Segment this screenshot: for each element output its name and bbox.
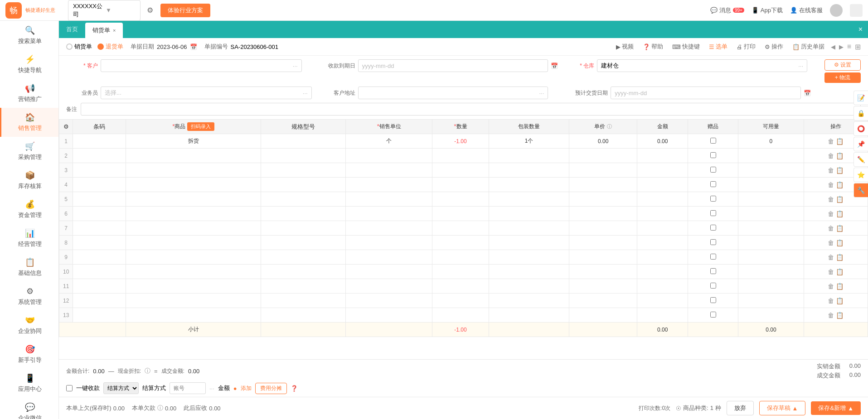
row-1-unit[interactable]: 个 (346, 134, 432, 149)
right-float-btn-2[interactable]: 🔒 (853, 106, 868, 120)
scan-button[interactable]: 扫码录入 (187, 122, 214, 131)
sidebar-item-sales[interactable]: 🏠 销售管理 (0, 108, 58, 137)
warehouse-input[interactable]: 建材仓 ··· (597, 59, 807, 72)
row-1-gift[interactable] (688, 134, 738, 149)
copy-icon[interactable]: 📋 (836, 312, 844, 319)
user-avatar[interactable] (830, 4, 843, 17)
settings-button[interactable]: ⚙ (143, 4, 157, 17)
sidebar-item-guide[interactable]: 🎯 新手引导 (0, 340, 58, 369)
sidebar-item-collab[interactable]: 🤝 企业协同 (0, 311, 58, 340)
sidebar-item-search[interactable]: 🔍 搜索菜单 (0, 21, 58, 50)
messages-button[interactable]: 💬 消息 99+ (710, 6, 744, 14)
one-click-payment-checkbox[interactable] (66, 385, 73, 391)
radio-return-order[interactable]: 退货单 (97, 43, 123, 51)
total-owed-help[interactable]: ⓘ (157, 404, 163, 412)
collection-date-input[interactable]: yyyy-mm-dd (358, 59, 548, 72)
expense-help-icon[interactable]: ❓ (291, 385, 298, 392)
delete-icon[interactable]: 🗑 (828, 283, 834, 290)
row-1-gift-checkbox[interactable] (710, 138, 716, 144)
customer-address-input[interactable]: ··· (358, 87, 548, 99)
address-dots-icon[interactable]: ··· (539, 90, 544, 96)
save-new-button[interactable]: 保存&新增 ▲ (811, 401, 861, 415)
delete-icon[interactable]: 🗑 (828, 152, 834, 159)
right-float-btn-7[interactable]: 🔧 (853, 183, 868, 197)
company-selector[interactable]: XXXXXX公司 ▼ (68, 0, 141, 21)
right-float-btn-4[interactable]: 📌 (853, 137, 868, 151)
tab-close-icon[interactable]: × (113, 28, 116, 33)
copy-icon[interactable]: 📋 (836, 181, 844, 188)
delete-icon[interactable]: 🗑 (828, 312, 834, 319)
video-btn[interactable]: ▶ 视频 (613, 42, 636, 52)
close-all-button[interactable]: × (857, 24, 864, 35)
setup-button[interactable]: ⚙ 设置 (824, 59, 861, 71)
abandon-button[interactable]: 放弃 (727, 401, 754, 415)
row-1-amount[interactable]: 0.00 (637, 134, 688, 149)
radio-sales-order[interactable]: 销货单 (66, 43, 92, 51)
delivery-cal-icon[interactable]: 📅 (804, 90, 817, 96)
right-float-btn-6[interactable]: ⭐ (853, 168, 868, 182)
nav-prev-icon[interactable]: ◀ (831, 43, 835, 50)
logistics-button[interactable]: + 物流 (824, 72, 861, 83)
notes-input[interactable] (81, 103, 861, 116)
product-type-icon[interactable]: ☉ (676, 405, 681, 412)
delete-icon[interactable]: 🗑 (828, 254, 834, 261)
sidebar-item-purchase[interactable]: 🛒 采购管理 (0, 137, 58, 166)
tab-home[interactable]: 首页 (59, 21, 85, 38)
copy-icon[interactable]: 📋 (836, 196, 844, 203)
delete-icon[interactable]: 🗑 (828, 167, 834, 174)
account-dots-icon[interactable]: ··· (209, 385, 214, 392)
history-btn[interactable]: 📋 历史单据 (790, 42, 827, 52)
warehouse-dots-icon[interactable]: ··· (798, 63, 803, 69)
copy-icon[interactable]: 📋 (836, 225, 844, 232)
date-value[interactable]: 2023-06-06 (157, 43, 187, 50)
sidebar-item-inventory[interactable]: 📦 库存核算 (0, 166, 58, 195)
collection-cal-icon[interactable]: 📅 (551, 63, 564, 69)
view-grid-icon[interactable]: ⊞ (855, 43, 861, 51)
app-download-button[interactable]: 📱 App下载 (752, 6, 783, 14)
add-button[interactable]: 添加 (241, 385, 252, 392)
copy-icon[interactable]: 📋 (836, 210, 844, 217)
save-draft-button[interactable]: 保存草稿 ▲ (759, 401, 806, 415)
delete-icon[interactable]: 🗑 (828, 225, 834, 232)
sidebar-item-marketing[interactable]: 📢 营销推广 (0, 79, 58, 108)
delete-icon[interactable]: 🗑 (828, 196, 834, 203)
sidebar-item-wechat[interactable]: 💬 企业微信 (0, 398, 58, 419)
copy-icon[interactable]: 📋 (836, 283, 844, 290)
trial-button[interactable]: 体验行业方案 (160, 4, 210, 17)
tab-sales-order[interactable]: 销货单 × (85, 23, 123, 38)
delete-icon[interactable]: 🗑 (828, 181, 834, 188)
settlement-method-select[interactable]: 结算方式 (103, 382, 139, 394)
right-float-btn-5[interactable]: ✏️ (853, 152, 868, 167)
row-1-barcode[interactable] (73, 134, 126, 149)
copy-icon[interactable]: 📋 (836, 152, 844, 159)
shortcuts-btn[interactable]: ⌨ 快捷键 (669, 42, 703, 52)
calendar-icon[interactable]: 📅 (190, 43, 197, 50)
sidebar-item-operations[interactable]: 📊 经营管理 (0, 224, 58, 253)
delete-icon[interactable]: 🗑 (828, 268, 834, 275)
sidebar-item-basics[interactable]: 📋 基础信息 (0, 253, 58, 282)
sidebar-item-finance[interactable]: 💰 资金管理 (0, 195, 58, 224)
customer-dots-icon[interactable]: ··· (293, 63, 298, 69)
row-1-copy-icon[interactable]: 📋 (836, 138, 844, 145)
right-float-btn-1[interactable]: 📝 (853, 91, 868, 105)
salesperson-dots-icon[interactable]: ··· (303, 90, 308, 96)
delete-icon[interactable]: 🗑 (828, 239, 834, 246)
row-1-delete-icon[interactable]: 🗑 (828, 138, 834, 145)
row-1-price[interactable]: 0.00 (569, 134, 637, 149)
select-form-btn[interactable]: ☰ 选单 (706, 42, 730, 52)
sidebar-item-apps[interactable]: 📱 应用中心 (0, 369, 58, 398)
expense-split-button[interactable]: 费用分摊 (255, 383, 287, 394)
online-service-button[interactable]: 👤 在线客服 (790, 6, 823, 14)
account-input[interactable] (170, 382, 206, 394)
sidebar-item-system[interactable]: ⚙ 系统管理 (0, 282, 58, 311)
row-1-product[interactable]: 拆货 (126, 134, 261, 149)
sidebar-item-quick-nav[interactable]: ⚡ 快捷导航 (0, 50, 58, 79)
delete-icon[interactable]: 🗑 (828, 210, 834, 217)
salesperson-input[interactable]: 选择... ··· (101, 87, 312, 99)
view-list-icon[interactable]: ≡ (847, 43, 851, 51)
nav-next-icon[interactable]: ▶ (839, 43, 844, 50)
help-btn[interactable]: ❓ 帮助 (640, 42, 666, 52)
delete-icon[interactable]: 🗑 (828, 297, 834, 304)
table-gear-icon[interactable]: ⚙ (63, 123, 69, 130)
copy-icon[interactable]: 📋 (836, 297, 844, 304)
